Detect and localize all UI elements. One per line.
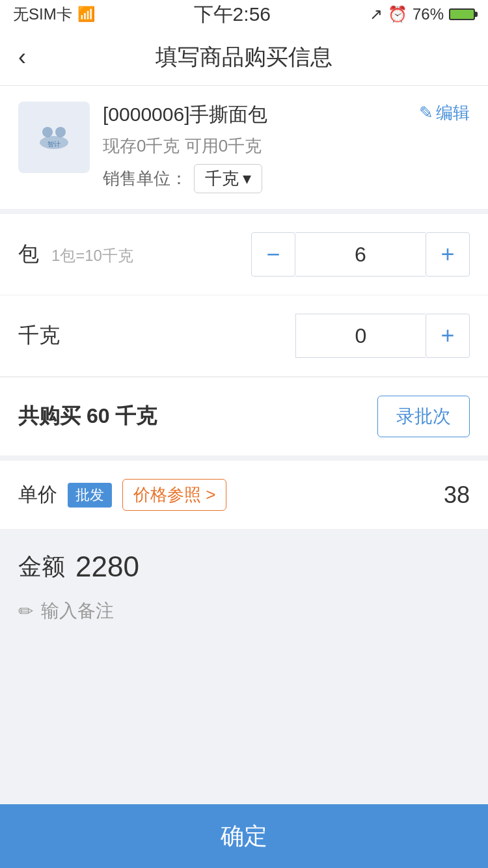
amount-label: 金额: [18, 551, 65, 583]
confirm-bar[interactable]: 确定: [0, 804, 488, 868]
chevron-down-icon: ▾: [243, 169, 251, 189]
back-button[interactable]: ‹: [18, 44, 26, 71]
price-tag: 批发: [68, 483, 112, 508]
qty-label-kg: 千克: [18, 321, 295, 350]
status-time: 下午2:56: [194, 1, 271, 28]
product-info: [0000006]手撕面包 现存0千克 可用0千克 销售单位： 千克 ▾: [103, 102, 406, 193]
batch-button[interactable]: 录批次: [377, 396, 470, 437]
status-right: ↗ ⏰ 76%: [370, 5, 475, 23]
product-stock: 现存0千克 可用0千克: [103, 135, 406, 157]
quantity-row-bao: 包 1包=10千克 − +: [0, 214, 488, 295]
remark-row[interactable]: ✏ 输入备注: [18, 599, 470, 623]
nav-bar: ‹ 填写商品购买信息: [0, 29, 488, 86]
amount-row: 金额 2280: [18, 550, 470, 583]
amount-section: 金额 2280 ✏ 输入备注: [0, 530, 488, 636]
carrier-label: 无SIM卡: [13, 4, 72, 25]
svg-point-1: [55, 127, 66, 137]
qty-control-bao: − +: [251, 232, 470, 277]
product-card: 智计 [0000006]手撕面包 现存0千克 可用0千克 销售单位： 千克 ▾ …: [0, 86, 488, 214]
product-name: [0000006]手撕面包: [103, 102, 406, 128]
qty-control-kg: +: [295, 314, 470, 358]
product-unit-row: 销售单位： 千克 ▾: [103, 164, 406, 193]
status-bar: 无SIM卡 📶 下午2:56 ↗ ⏰ 76%: [0, 0, 488, 29]
qty-input-bao[interactable]: [295, 232, 426, 277]
price-value: 38: [444, 481, 470, 509]
wifi-icon: 📶: [77, 6, 95, 23]
product-thumbnail: 智计: [18, 102, 90, 173]
svg-point-0: [42, 127, 53, 137]
summary-section: 共购买 60 千克 录批次: [0, 377, 488, 461]
remark-label: 输入备注: [41, 599, 114, 623]
qty-sublabel-bao: 1包=10千克: [51, 247, 133, 264]
summary-text: 共购买 60 千克: [18, 402, 157, 431]
edit-button[interactable]: ✎ 编辑: [419, 102, 470, 124]
product-actions: ✎ 编辑: [419, 102, 470, 124]
summary-prefix: 共购买: [18, 404, 87, 427]
qty-label-bao: 包 1包=10千克: [18, 240, 251, 269]
quantity-section: 包 1包=10千克 − + 千克 +: [0, 214, 488, 377]
page-title: 填写商品购买信息: [156, 42, 332, 72]
unit-label: 销售单位：: [103, 167, 187, 190]
confirm-button[interactable]: 确定: [221, 821, 267, 852]
qty-plus-bao[interactable]: +: [426, 232, 470, 277]
alarm-icon: ⏰: [388, 5, 407, 23]
status-left: 无SIM卡 📶: [13, 4, 95, 25]
amount-value: 2280: [75, 550, 139, 583]
qty-plus-kg[interactable]: +: [426, 314, 470, 358]
qty-minus-bao[interactable]: −: [251, 232, 295, 277]
price-section: 单价 批发 价格参照 > 38: [0, 461, 488, 530]
battery-percent: 76%: [413, 5, 444, 23]
battery-bar: [449, 8, 475, 20]
location-icon: ↗: [370, 5, 383, 23]
svg-text:智计: 智计: [47, 141, 61, 148]
price-label: 单价: [18, 481, 57, 508]
edit-icon: ✎: [419, 103, 433, 123]
qty-input-kg[interactable]: [295, 314, 426, 358]
unit-select[interactable]: 千克 ▾: [194, 164, 262, 193]
price-ref-button[interactable]: 价格参照 >: [122, 479, 226, 511]
quantity-row-kg: 千克 +: [0, 295, 488, 377]
pencil-icon: ✏: [18, 601, 33, 622]
